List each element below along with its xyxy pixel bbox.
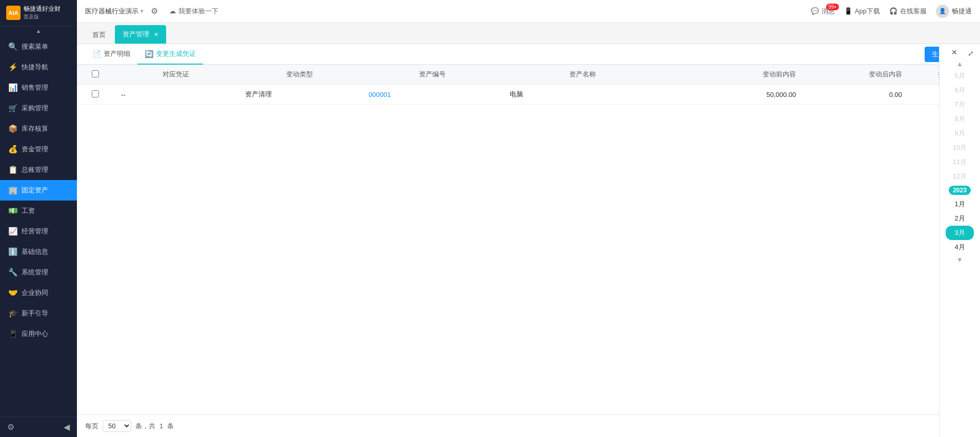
change-voucher-icon: 🔄 (145, 50, 153, 58)
row-code[interactable]: 000001 (369, 91, 391, 98)
sidebar-item-basic-info[interactable]: ℹ️ 基础信息 (0, 242, 77, 262)
inventory-icon: 📦 (8, 124, 17, 133)
inner-tab-asset-detail[interactable]: 📄 资产明细 (85, 44, 137, 65)
row-name-cell: 电脑 (503, 85, 662, 105)
date-month-11[interactable]: 11月 (942, 155, 978, 169)
date-month-3-active[interactable]: 3月 (946, 226, 974, 240)
col-header-type: 变动类型 (238, 65, 362, 85)
sidebar-item-ledger[interactable]: 📋 总账管理 (0, 160, 77, 180)
date-months-before: 5月 6月 7月 8月 9月 10月 11月 12月 (939, 69, 980, 184)
date-month-5[interactable]: 5月 (942, 69, 978, 83)
row-type-cell: 资产清理 (238, 85, 362, 105)
logo-abbr: AtA (8, 10, 18, 16)
guide-icon: 🎓 (8, 309, 17, 318)
row-checkbox[interactable] (92, 90, 99, 97)
table-wrap: 对应凭证 变动类型 资产编号 资产名称 变动前内容 (77, 65, 980, 414)
sidebar-item-guide[interactable]: 🎓 新手引导 (0, 303, 77, 324)
logo-text-wrap: 畅捷通好业财 普及版 (24, 5, 61, 21)
sidebar-item-search[interactable]: 🔍 搜索菜单 (0, 36, 77, 57)
sidebar-item-quick-nav[interactable]: ⚡ 快捷导航 (0, 57, 77, 77)
date-scroll-down-icon: ▼ (956, 256, 963, 264)
sidebar-item-finance[interactable]: 💰 资金管理 (0, 139, 77, 160)
sidebar-item-label: 基础信息 (22, 247, 48, 256)
sidebar-item-sales[interactable]: 📊 销售管理 (0, 77, 77, 98)
date-scroll-up[interactable]: ▲ (952, 58, 968, 69)
sidebar-nav: 🔍 搜索菜单 ⚡ 快捷导航 📊 销售管理 🛒 采购管理 📦 库存核算 💰 资金管… (0, 36, 77, 416)
sidebar-item-payroll[interactable]: 💵 工资 (0, 201, 77, 221)
row-after-cell: 0.00 (803, 85, 909, 105)
sidebar-item-label: 搜索菜单 (22, 42, 48, 51)
trial-label: 我要体验一下 (178, 7, 218, 16)
sales-icon: 📊 (8, 83, 17, 92)
message-action[interactable]: 💬 消息 99+ (811, 7, 835, 16)
asset-detail-label: 资产明细 (104, 49, 130, 58)
sidebar-item-fixed-assets[interactable]: 🏢 固定资产 (0, 180, 77, 201)
sidebar-item-label: 应用中心 (22, 329, 48, 339)
tab-asset-mgmt[interactable]: 资产管理 ✕ (115, 25, 166, 44)
date-month-6[interactable]: 6月 (942, 83, 978, 97)
date-month-7[interactable]: 7月 (942, 97, 978, 112)
asset-table: 对应凭证 变动类型 资产编号 资产名称 变动前内容 (77, 65, 980, 105)
panel-close-icon[interactable]: ✕ (947, 46, 962, 58)
footer-bar: 每页 10 20 50 100 条，共 1 条 (77, 414, 980, 437)
tab-close-icon[interactable]: ✕ (154, 31, 158, 38)
finance-icon: 💰 (8, 145, 17, 154)
sidebar-item-label: 快捷导航 (22, 63, 48, 72)
row-voucher-cell: -- (114, 85, 237, 105)
user-action[interactable]: 👤 畅捷通 (936, 5, 972, 18)
date-month-9[interactable]: 9月 (942, 126, 978, 141)
row-code-cell: 000001 (362, 85, 503, 105)
sidebar-item-label: 固定资产 (22, 186, 48, 195)
sidebar-item-label: 经营管理 (22, 227, 48, 236)
sidebar-item-system[interactable]: 🔧 系统管理 (0, 262, 77, 283)
company-selector[interactable]: 医疗器械行业演示 ▾ (85, 7, 144, 16)
tab-home[interactable]: 首页 (85, 26, 113, 44)
system-icon: 🔧 (8, 268, 17, 277)
logo-text: 畅捷通好业财 (24, 5, 61, 13)
collapse-icon[interactable]: ◀ (64, 422, 70, 432)
sidebar-item-label: 采购管理 (22, 104, 48, 113)
date-scroll-down[interactable]: ▼ (952, 254, 968, 265)
sidebar-scroll-up[interactable]: ▲ (0, 26, 77, 36)
app-download-action[interactable]: 📱 App下载 (844, 7, 880, 16)
tab-home-label: 首页 (92, 30, 106, 39)
date-scroll-up-icon: ▲ (956, 60, 963, 68)
table-row: -- 资产清理 000001 电脑 50,000.00 (77, 85, 980, 105)
sidebar-item-label: 总账管理 (22, 165, 48, 174)
date-month-10[interactable]: 10月 (942, 141, 978, 155)
operations-icon: 📈 (8, 227, 17, 236)
ledger-icon: 📋 (8, 165, 17, 174)
settings-icon[interactable]: ⚙ (7, 422, 14, 432)
sidebar-item-app-center[interactable]: 📱 应用中心 (0, 324, 77, 344)
page-size-select[interactable]: 10 20 50 100 (103, 420, 131, 432)
date-month-2[interactable]: 2月 (942, 211, 978, 226)
page-size-label: 每页 (85, 422, 98, 431)
row-voucher: -- (121, 91, 126, 98)
trial-cloud-icon: ☁ (169, 7, 176, 15)
date-month-8[interactable]: 8月 (942, 112, 978, 126)
select-all-checkbox[interactable] (92, 70, 99, 77)
tab-asset-mgmt-label: 资产管理 (123, 30, 149, 39)
sidebar-item-label: 资金管理 (22, 145, 48, 154)
inner-tab-change-voucher[interactable]: 🔄 变更生成凭证 (137, 44, 203, 65)
online-support-label: 在线客服 (900, 7, 927, 16)
row-checkbox-cell (77, 85, 114, 105)
sidebar-item-inventory[interactable]: 📦 库存核算 (0, 118, 77, 139)
panel-expand-icon[interactable]: ⤢ (964, 48, 978, 58)
online-support-action[interactable]: 🎧 在线客服 (889, 7, 927, 16)
date-month-4[interactable]: 4月 (942, 240, 978, 254)
sidebar-item-label: 系统管理 (22, 268, 48, 277)
sidebar-item-purchase[interactable]: 🛒 采购管理 (0, 98, 77, 118)
sidebar-item-operations[interactable]: 📈 经营管理 (0, 221, 77, 242)
table-header-row: 对应凭证 变动类型 资产编号 资产名称 变动前内容 (77, 65, 980, 85)
date-year-badge[interactable]: 2023 (949, 186, 971, 195)
topbar-settings-icon[interactable]: ⚙ (151, 6, 158, 16)
sidebar-item-enterprise[interactable]: 🤝 企业协同 (0, 283, 77, 303)
change-voucher-label: 变更生成凭证 (156, 49, 196, 58)
date-month-1[interactable]: 1月 (942, 197, 978, 211)
sidebar-logo: AtA 畅捷通好业财 普及版 (0, 0, 77, 26)
row-after: 0.00 (889, 91, 902, 98)
date-month-12[interactable]: 12月 (942, 169, 978, 184)
trial-button[interactable]: ☁ 我要体验一下 (169, 7, 218, 16)
search-icon: 🔍 (8, 42, 17, 51)
